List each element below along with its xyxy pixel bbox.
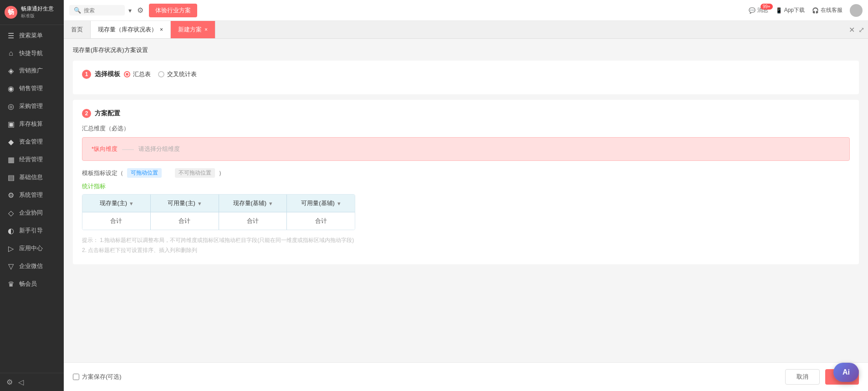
cancel-button[interactable]: 取消 bbox=[785, 369, 820, 385]
sidebar-item-label: 畅会员 bbox=[19, 280, 37, 288]
enterprise-wechat-icon: ▽ bbox=[6, 262, 15, 271]
col-cell-0: 合计 bbox=[82, 212, 151, 230]
vip-icon: ♛ bbox=[6, 280, 15, 288]
sidebar-item-basic-info[interactable]: ▤ 基础信息 bbox=[0, 169, 64, 186]
enterprise-icon: ◇ bbox=[6, 209, 15, 217]
sidebar-item-inventory[interactable]: ▣ 库存核算 bbox=[0, 115, 64, 133]
trial-btn[interactable]: 体验行业方案 bbox=[149, 4, 197, 17]
tab-home[interactable]: 首页 bbox=[64, 21, 91, 38]
col-header-3[interactable]: 可用量(基辅) ▾ bbox=[287, 195, 355, 212]
sidebar-item-label: 基础信息 bbox=[19, 173, 43, 181]
user-avatar[interactable] bbox=[850, 4, 863, 17]
stats-table-header: 现存量(主) ▾ 可用量(主) ▾ 现存量(基辅) ▾ 可用量(基辅) ▾ bbox=[82, 195, 355, 212]
save-option: 方案保存(可选) bbox=[73, 373, 122, 381]
sidebar-item-purchase[interactable]: ◎ 采购管理 bbox=[0, 98, 64, 115]
stats-table-body: 合计 合计 合计 合计 bbox=[82, 212, 355, 230]
gear-icon[interactable]: ⚙ bbox=[137, 6, 143, 15]
sidebar-item-app-center[interactable]: ▷ 应用中心 bbox=[0, 240, 64, 257]
hint-1: 提示： 1.拖动标题栏可以调整布局，不可跨维度或指标区域拖动栏目字段(只能在同一… bbox=[82, 236, 850, 246]
sidebar-item-system[interactable]: ⚙ 系统管理 bbox=[0, 186, 64, 204]
radio-summary-label: 汇总表 bbox=[133, 70, 151, 78]
section2-title: 方案配置 bbox=[95, 109, 120, 118]
section1-card: 1 选择模板 汇总表 交叉统计表 bbox=[73, 61, 859, 94]
sidebar-item-operations[interactable]: ▦ 经营管理 bbox=[0, 151, 64, 169]
save-checkbox[interactable] bbox=[73, 374, 79, 380]
col-header-label-0: 现存量(主) bbox=[100, 199, 128, 207]
indicator-close-text: ） bbox=[219, 169, 225, 177]
settings-icon[interactable]: ⚙ bbox=[6, 378, 13, 386]
ai-bubble[interactable]: Ai bbox=[833, 363, 859, 382]
stats-title: 统计指标 bbox=[82, 182, 850, 190]
radio-summary-dot bbox=[124, 71, 130, 77]
search-box[interactable]: 🔍 bbox=[69, 5, 125, 15]
non-draggable-tag: 不可拖动位置 bbox=[175, 168, 215, 178]
col-header-2[interactable]: 现存量(基辅) ▾ bbox=[219, 195, 287, 212]
operations-icon: ▦ bbox=[6, 155, 15, 164]
tab-new-scheme-close[interactable]: × bbox=[204, 26, 208, 33]
sidebar-item-label: 应用中心 bbox=[19, 244, 43, 252]
tab-close-all-icon[interactable]: ✕ bbox=[849, 26, 855, 34]
section1-header: 1 选择模板 汇总表 交叉统计表 bbox=[82, 70, 850, 79]
sidebar-item-search-menu[interactable]: ☰ 搜索菜单 bbox=[0, 27, 64, 45]
search-dropdown-btn[interactable]: ▾ bbox=[128, 7, 132, 14]
sidebar-item-sales[interactable]: ◉ 销售管理 bbox=[0, 80, 64, 98]
bottom-bar: 方案保存(可选) 取消 查询 bbox=[64, 362, 868, 391]
online-service-btn[interactable]: 🎧 在线客服 bbox=[812, 6, 842, 14]
system-icon: ⚙ bbox=[6, 191, 15, 200]
app-center-icon: ▷ bbox=[6, 244, 15, 253]
col-header-1[interactable]: 可用量(主) ▾ bbox=[151, 195, 219, 212]
section2-num: 2 bbox=[82, 109, 91, 118]
col-header-0[interactable]: 现存量(主) ▾ bbox=[82, 195, 151, 212]
indicator-separator bbox=[165, 169, 171, 177]
save-label: 方案保存(可选) bbox=[82, 373, 122, 381]
indicator-label-text: 模板指标设定（ bbox=[82, 169, 123, 177]
tab-inventory-status[interactable]: 现存量（库存状况表） × bbox=[91, 21, 171, 38]
sidebar-item-vip[interactable]: ♛ 畅会员 bbox=[0, 275, 64, 293]
tab-new-scheme-label: 新建方案 bbox=[178, 26, 202, 34]
col-dropdown-icon-1: ▾ bbox=[198, 200, 201, 207]
purchase-icon: ◎ bbox=[6, 102, 15, 111]
app-download-btn[interactable]: 📱 App下载 bbox=[776, 6, 805, 14]
sidebar-item-marketing[interactable]: ◈ 营销推广 bbox=[0, 62, 64, 80]
page-content: 现存量(库存状况表)方案设置 1 选择模板 汇总表 交叉统计表 bbox=[64, 39, 868, 362]
messages-btn[interactable]: 💬 消息 99+ bbox=[749, 6, 768, 14]
sidebar-item-label: 库存核算 bbox=[19, 120, 43, 128]
sidebar-item-enterprise[interactable]: ◇ 企业协同 bbox=[0, 204, 64, 222]
tabs-bar: 首页 现存量（库存状况表） × 新建方案 × ✕ ⤢ bbox=[64, 21, 868, 39]
sidebar-item-label: 企业微信 bbox=[19, 262, 43, 270]
dim-separator: —— bbox=[122, 146, 134, 153]
download-icon: 📱 bbox=[776, 7, 782, 14]
col-dropdown-icon-3: ▾ bbox=[337, 200, 341, 207]
sidebar-item-new-guide[interactable]: ◐ 新手引导 bbox=[0, 222, 64, 240]
sidebar-item-label: 企业协同 bbox=[19, 209, 43, 217]
sidebar-item-enterprise-wechat[interactable]: ▽ 企业微信 bbox=[0, 257, 64, 275]
radio-cross[interactable]: 交叉统计表 bbox=[158, 70, 197, 78]
sidebar: 畅 畅康通好生意 标准版 ☰ 搜索菜单 ⌂ 快捷导航 ◈ 营销推广 ◉ 销售管理… bbox=[0, 0, 64, 391]
section1-title: 选择模板 bbox=[95, 70, 120, 78]
tab-inventory-label: 现存量（库存状况表） bbox=[98, 26, 157, 34]
indicator-settings-row: 模板指标设定（ 可拖动位置 不可拖动位置 ） bbox=[82, 168, 850, 178]
col-cell-3: 合计 bbox=[287, 212, 355, 230]
template-radio-group: 汇总表 交叉统计表 bbox=[124, 70, 197, 78]
messages-badge: 99+ bbox=[761, 4, 773, 10]
service-icon: 🎧 bbox=[812, 7, 819, 14]
sidebar-item-finance[interactable]: ◆ 资金管理 bbox=[0, 133, 64, 151]
section1-num: 1 bbox=[82, 70, 91, 79]
audio-icon[interactable]: ◁ bbox=[18, 378, 24, 386]
tab-new-scheme[interactable]: 新建方案 × bbox=[171, 21, 215, 38]
sidebar-footer: ⚙ ◁ bbox=[0, 373, 64, 391]
search-menu-icon: ☰ bbox=[6, 31, 15, 40]
sidebar-item-quick-nav[interactable]: ⌂ 快捷导航 bbox=[0, 45, 64, 62]
col-header-label-1: 可用量(主) bbox=[168, 199, 195, 207]
draggable-tag: 可拖动位置 bbox=[127, 168, 162, 178]
col-header-label-2: 现存量(基辅) bbox=[233, 199, 267, 207]
section2-header: 2 方案配置 bbox=[82, 109, 850, 118]
marketing-icon: ◈ bbox=[6, 67, 15, 75]
radio-summary[interactable]: 汇总表 bbox=[124, 70, 151, 78]
search-input[interactable] bbox=[84, 7, 120, 14]
tab-expand-icon[interactable]: ⤢ bbox=[858, 26, 864, 34]
dimension-box[interactable]: *纵向维度 —— 请选择分组维度 bbox=[82, 137, 850, 161]
sidebar-item-label: 新手引导 bbox=[19, 226, 43, 235]
sidebar-item-label: 快捷导航 bbox=[19, 49, 43, 57]
tab-inventory-close[interactable]: × bbox=[160, 26, 163, 33]
